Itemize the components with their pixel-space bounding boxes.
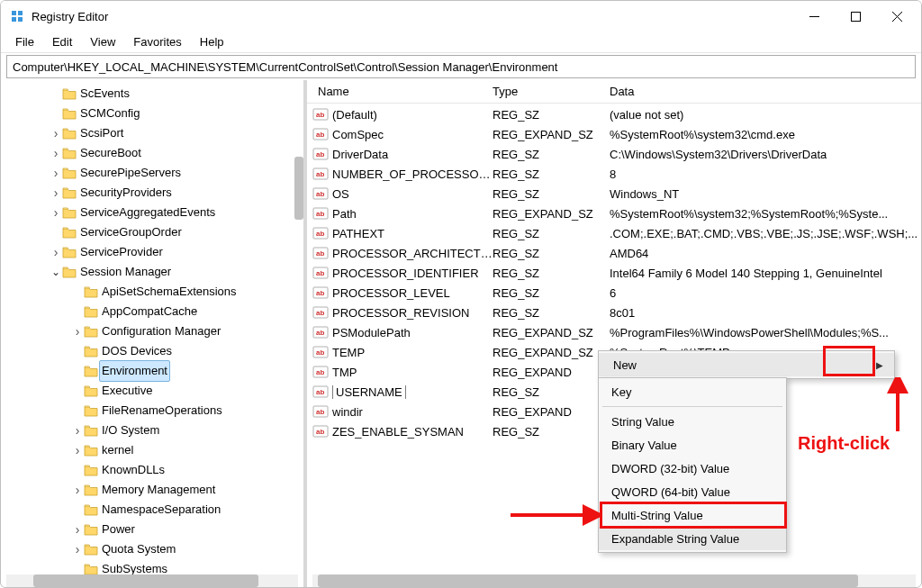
value-data: (value not set) bbox=[610, 108, 921, 122]
svg-text:ab: ab bbox=[316, 309, 324, 317]
value-row[interactable]: abPATHEXTREG_SZ.COM;.EXE;.BAT;.CMD;.VBS;… bbox=[312, 223, 921, 243]
tree-item-label: SCMConfig bbox=[80, 104, 140, 123]
tree-item[interactable]: DOS Devices bbox=[5, 341, 303, 361]
values-h-scroll-thumb[interactable] bbox=[318, 574, 858, 587]
expand-icon[interactable]: › bbox=[50, 163, 62, 183]
value-row[interactable]: abPROCESSOR_ARCHITECTUREREG_SZAMD64 bbox=[312, 243, 921, 263]
value-type: REG_EXPAND_SZ bbox=[493, 326, 610, 339]
folder-icon bbox=[62, 147, 77, 159]
menu-favorites[interactable]: Favorites bbox=[124, 33, 190, 50]
svg-rect-2 bbox=[12, 17, 16, 22]
values-h-scroll-track[interactable] bbox=[312, 574, 916, 587]
tree-h-scroll-track[interactable] bbox=[6, 574, 298, 587]
value-row[interactable]: ab(Default)REG_SZ(value not set) bbox=[312, 104, 921, 124]
folder-icon bbox=[84, 305, 98, 318]
ctx-multistring[interactable]: Multi-String Value bbox=[599, 503, 786, 527]
value-row[interactable]: abDriverDataREG_SZC:\Windows\System32\Dr… bbox=[312, 144, 921, 164]
context-menu[interactable]: New ▶ bbox=[598, 350, 895, 379]
value-data: %SystemRoot%\system32\cmd.exe bbox=[610, 128, 921, 141]
tree-item[interactable]: ›ServiceAggregatedEvents bbox=[5, 203, 303, 222]
tree-item[interactable]: Environment bbox=[5, 361, 303, 381]
expand-icon[interactable]: › bbox=[50, 183, 62, 203]
col-type[interactable]: Type bbox=[493, 85, 610, 98]
tree-item[interactable]: ›SecureBoot bbox=[5, 143, 303, 163]
ctx-binary[interactable]: Binary Value bbox=[599, 433, 786, 457]
menu-help[interactable]: Help bbox=[191, 33, 233, 50]
collapse-icon[interactable]: ⌄ bbox=[50, 262, 62, 282]
close-button[interactable] bbox=[876, 2, 917, 31]
value-row[interactable]: abPROCESSOR_LEVELREG_SZ6 bbox=[312, 283, 921, 303]
folder-icon bbox=[62, 107, 77, 120]
tree-item[interactable]: ServiceGroupOrder bbox=[5, 222, 303, 242]
folder-icon bbox=[84, 365, 98, 377]
value-row[interactable]: abNUMBER_OF_PROCESSORSREG_SZ8 bbox=[312, 164, 921, 184]
ctx-new[interactable]: New ▶ bbox=[599, 353, 894, 376]
tree-item[interactable]: ›SecurityProviders bbox=[5, 183, 303, 203]
value-name: NUMBER_OF_PROCESSORS bbox=[332, 167, 493, 181]
tree-item[interactable]: FileRenameOperations bbox=[5, 401, 303, 421]
menu-file[interactable]: File bbox=[6, 33, 43, 50]
tree-item[interactable]: Executive bbox=[5, 381, 303, 401]
ctx-string[interactable]: String Value bbox=[599, 410, 786, 433]
tree-item[interactable]: ⌄Session Manager bbox=[5, 262, 303, 282]
ctx-expandstring[interactable]: Expandable String Value bbox=[599, 527, 786, 550]
maximize-button[interactable] bbox=[835, 2, 876, 31]
tree-item[interactable]: ›Memory Management bbox=[5, 480, 303, 500]
svg-rect-5 bbox=[851, 12, 860, 21]
tree-item[interactable]: AppCompatCache bbox=[5, 302, 303, 321]
tree-item[interactable]: ApiSetSchemaExtensions bbox=[5, 282, 303, 302]
ctx-qword[interactable]: QWORD (64-bit) Value bbox=[599, 480, 786, 503]
tree-item[interactable]: SCMConfig bbox=[5, 104, 303, 123]
tree-item[interactable]: ›ScsiPort bbox=[5, 123, 303, 143]
tree-item[interactable]: ›Configuration Manager bbox=[5, 321, 303, 341]
address-bar[interactable]: Computer\HKEY_LOCAL_MACHINE\SYSTEM\Curre… bbox=[6, 55, 916, 78]
tree-pane[interactable]: ScEventsSCMConfig›ScsiPort›SecureBoot›Se… bbox=[1, 80, 307, 587]
tree-item-label: SecurityProviders bbox=[80, 183, 172, 203]
tree-item[interactable]: KnownDLLs bbox=[5, 460, 303, 480]
value-row[interactable]: abOSREG_SZWindows_NT bbox=[312, 184, 921, 204]
value-row[interactable]: abPSModulePathREG_EXPAND_SZ%ProgramFiles… bbox=[312, 322, 921, 342]
expand-icon[interactable]: › bbox=[50, 203, 62, 222]
tree-item[interactable]: NamespaceSeparation bbox=[5, 500, 303, 520]
context-submenu[interactable]: Key String Value Binary Value DWORD (32-… bbox=[598, 377, 787, 553]
folder-icon bbox=[62, 186, 77, 199]
expand-icon[interactable]: › bbox=[50, 123, 62, 143]
folder-icon bbox=[84, 563, 98, 575]
expand-icon[interactable]: › bbox=[71, 421, 84, 440]
tree-item[interactable]: ›I/O System bbox=[5, 421, 303, 440]
value-row[interactable]: abPathREG_EXPAND_SZ%SystemRoot%\system32… bbox=[312, 204, 921, 223]
expand-icon[interactable]: › bbox=[50, 242, 62, 262]
expand-icon[interactable]: › bbox=[71, 321, 84, 341]
expand-icon[interactable]: › bbox=[50, 143, 62, 163]
tree-scrollbar[interactable] bbox=[294, 157, 303, 220]
col-data[interactable]: Data bbox=[610, 85, 921, 98]
tree-item[interactable]: ›Quota System bbox=[5, 539, 303, 559]
ctx-dword[interactable]: DWORD (32-bit) Value bbox=[599, 457, 786, 480]
expand-icon[interactable]: › bbox=[71, 440, 84, 460]
expand-icon[interactable]: › bbox=[71, 480, 84, 500]
value-data: 6 bbox=[610, 286, 921, 300]
value-row[interactable]: abPROCESSOR_IDENTIFIERREG_SZIntel64 Fami… bbox=[312, 263, 921, 283]
ctx-key[interactable]: Key bbox=[599, 380, 786, 403]
value-name: PROCESSOR_LEVEL bbox=[332, 286, 493, 300]
tree-item[interactable]: ›kernel bbox=[5, 440, 303, 460]
tree-item[interactable]: ScEvents bbox=[5, 84, 303, 104]
svg-text:ab: ab bbox=[316, 111, 324, 119]
svg-text:ab: ab bbox=[316, 289, 324, 297]
string-value-icon: ab bbox=[312, 344, 329, 360]
folder-icon bbox=[62, 226, 77, 239]
expand-icon[interactable]: › bbox=[71, 539, 84, 559]
menu-view[interactable]: View bbox=[81, 33, 124, 50]
tree-item[interactable]: ›SecurePipeServers bbox=[5, 163, 303, 183]
value-row[interactable]: abPROCESSOR_REVISIONREG_SZ8c01 bbox=[312, 303, 921, 322]
tree-h-scroll-thumb[interactable] bbox=[33, 574, 258, 587]
tree-item[interactable]: ›ServiceProvider bbox=[5, 242, 303, 262]
tree-item-label: AppCompatCache bbox=[102, 302, 197, 321]
menu-edit[interactable]: Edit bbox=[43, 33, 81, 50]
tree-item[interactable]: ›Power bbox=[5, 520, 303, 539]
col-name[interactable]: Name bbox=[312, 85, 493, 98]
value-row[interactable]: abComSpecREG_EXPAND_SZ%SystemRoot%\syste… bbox=[312, 124, 921, 144]
minimize-button[interactable] bbox=[793, 2, 835, 31]
expand-icon[interactable]: › bbox=[71, 520, 84, 539]
value-type: REG_EXPAND_SZ bbox=[493, 346, 610, 359]
